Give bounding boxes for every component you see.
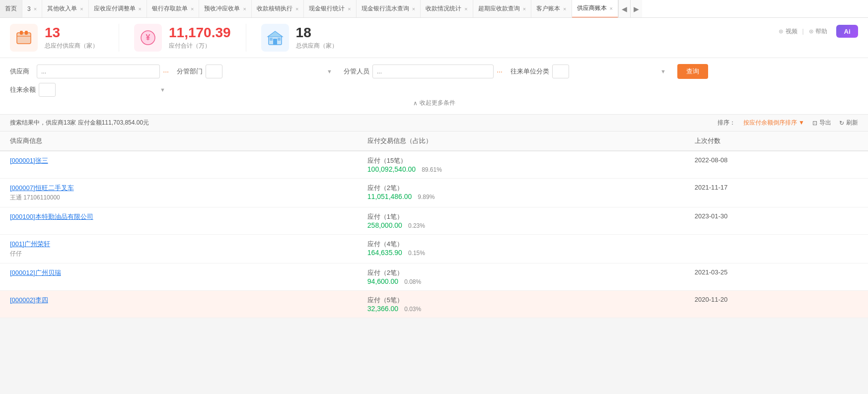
nav-tab-cash-bank-flow[interactable]: 现金银行流水查询 × bbox=[357, 0, 421, 18]
td-supplier-info: [000002]李四 bbox=[0, 291, 358, 318]
sort-value-text: 按应付余额倒序排序 bbox=[743, 119, 797, 126]
nav-prev-arrow[interactable]: ◀ bbox=[618, 0, 630, 18]
td-last-payment: 2023-01-30 bbox=[685, 207, 868, 235]
table-row: [000001]张三应付（15笔）100,092,540.0089.61%202… bbox=[0, 151, 868, 179]
supplier-link[interactable]: [000001]张三 bbox=[10, 157, 48, 164]
nav-tab-customer-ledger[interactable]: 客户账本 × bbox=[531, 0, 572, 18]
supplier-link[interactable]: [001]广州荣轩 bbox=[10, 240, 50, 248]
td-last-payment: 2022-08-08 bbox=[685, 151, 868, 179]
collapse-label: 收起更多条件 bbox=[420, 99, 455, 107]
nav-tab-bank-deposit[interactable]: 银行存取款单 × bbox=[147, 0, 199, 18]
tx-pct: 89.61% bbox=[422, 166, 442, 173]
supplier-link[interactable]: [000002]李四 bbox=[10, 296, 48, 304]
nav-tab-3[interactable]: 3 × bbox=[22, 0, 42, 18]
nav-tab-bank-deposit-label: 银行存取款单 bbox=[152, 4, 188, 13]
table-row: [000007]恒旺二手叉车王通 17106110000应付（2笔）11,051… bbox=[0, 179, 868, 207]
video-icon: ⊙ bbox=[779, 28, 784, 35]
export-btn[interactable]: ⊡ 导出 bbox=[812, 119, 831, 127]
nav-tab-overdue-ar[interactable]: 超期应收款查询 × bbox=[473, 0, 531, 18]
query-button[interactable]: 查询 bbox=[677, 64, 708, 79]
close-icon-other-income[interactable]: × bbox=[80, 6, 83, 12]
tx-amount[interactable]: 164,635.90 bbox=[367, 249, 402, 257]
stat-num-payable: 11,170.39 bbox=[169, 25, 231, 41]
tx-row: 100,092,540.0089.61% bbox=[367, 165, 675, 173]
tx-amount[interactable]: 258,000.00 bbox=[367, 221, 402, 229]
dept-label: 分管部门 bbox=[177, 67, 203, 76]
category-select[interactable] bbox=[552, 65, 569, 78]
result-summary: 搜索结果中，供应商13家 应付金额111,703,854.00元 bbox=[10, 119, 149, 127]
close-icon-3[interactable]: × bbox=[34, 6, 37, 12]
nav-tab-other-income[interactable]: 其他收入单 × bbox=[42, 0, 88, 18]
export-label: 导出 bbox=[819, 119, 831, 127]
svg-rect-10 bbox=[278, 38, 281, 41]
supplier-sub: 仔仔 bbox=[10, 250, 348, 258]
td-tx-info: 应付（2笔）94,600.000.08% bbox=[358, 263, 685, 291]
divider: | bbox=[802, 28, 804, 35]
stat-label-total-suppliers: 总供应商（家） bbox=[296, 42, 338, 50]
close-icon-cash-bank-flow[interactable]: × bbox=[412, 6, 415, 12]
close-icon-ar-ap-adjust[interactable]: × bbox=[139, 6, 142, 12]
nav-tab-cash-bank-stat-label: 现金银行统计 bbox=[309, 4, 345, 13]
supplier-link[interactable]: [000100]本特勤油品有限公司 bbox=[10, 213, 93, 220]
nav-tab-ar-ap-adjust[interactable]: 应收应付调整单 × bbox=[89, 0, 147, 18]
balance-select-wrap: ▼ bbox=[39, 83, 169, 97]
refresh-label: 刷新 bbox=[846, 119, 858, 127]
nav-tab-cash-bank-stat[interactable]: 现金银行统计 × bbox=[304, 0, 356, 18]
table-row: [000012]广州贝瑞应付（2笔）94,600.000.08%2021-03-… bbox=[0, 263, 868, 291]
sort-value-btn[interactable]: 按应付余额倒序排序 ▼ bbox=[743, 119, 804, 127]
nav-tab-home[interactable]: 首页 bbox=[0, 0, 22, 18]
nav-next-arrow[interactable]: ▶ bbox=[630, 0, 642, 18]
close-icon-bank-deposit[interactable]: × bbox=[191, 6, 194, 12]
help-label: 帮助 bbox=[815, 28, 827, 35]
tx-amount[interactable]: 94,600.00 bbox=[367, 277, 398, 285]
nav-tab-3-label: 3 bbox=[27, 5, 31, 12]
table-row: [000100]本特勤油品有限公司应付（1笔）258,000.000.23%20… bbox=[0, 207, 868, 235]
nav-tab-supplier-ledger[interactable]: 供应商账本 × bbox=[572, 0, 618, 18]
nav-tab-collection-verify[interactable]: 收款核销执行 × bbox=[252, 0, 304, 18]
stat-block-payable: ¥ 11,170.39 应付合计（万） bbox=[134, 24, 246, 52]
td-last-payment: 2020-11-20 bbox=[685, 291, 868, 318]
refresh-btn[interactable]: ↻ 刷新 bbox=[839, 119, 858, 127]
tx-amount[interactable]: 11,051,486.00 bbox=[367, 193, 412, 200]
ai-badge-btn[interactable]: Ai bbox=[836, 25, 858, 38]
balance-select[interactable] bbox=[39, 83, 56, 97]
td-last-payment: 2021-11-17 bbox=[685, 179, 868, 207]
close-icon-collection-stat[interactable]: × bbox=[464, 6, 467, 12]
close-icon-cash-bank-stat[interactable]: × bbox=[348, 6, 351, 12]
collapse-btn[interactable]: ∧ 收起更多条件 bbox=[10, 97, 858, 110]
table-header: 供应商信息 应付交易信息（占比） 上次付数 bbox=[0, 131, 868, 151]
supplier-input[interactable] bbox=[37, 65, 160, 78]
close-icon-collection-verify[interactable]: × bbox=[295, 6, 298, 12]
stat-num-total-suppliers: 18 bbox=[296, 25, 338, 41]
payable-icon: ¥ bbox=[134, 24, 162, 52]
td-last-payment bbox=[685, 235, 868, 263]
sort-label: 排序： bbox=[718, 119, 735, 127]
supplier-link[interactable]: [000007]恒旺二手叉车 bbox=[10, 184, 74, 192]
video-help-btn[interactable]: ⊙ 视频 bbox=[779, 27, 797, 36]
nav-tab-prepay-offset[interactable]: 预收冲应收单 × bbox=[199, 0, 251, 18]
svg-marker-7 bbox=[268, 31, 283, 37]
stat-text-payable: 11,170.39 应付合计（万） bbox=[169, 25, 231, 50]
stats-help-area: ⊙ 视频 | ⊙ 帮助 Ai bbox=[779, 25, 858, 38]
tx-amount[interactable]: 100,092,540.00 bbox=[367, 165, 416, 173]
close-icon-customer-ledger[interactable]: × bbox=[563, 6, 566, 12]
help-btn[interactable]: ⊙ 帮助 bbox=[809, 27, 827, 36]
close-icon-prepay-offset[interactable]: × bbox=[243, 6, 246, 12]
tx-amount[interactable]: 32,366.00 bbox=[367, 305, 398, 313]
dept-select[interactable] bbox=[206, 65, 222, 78]
person-expand-icon[interactable]: ··· bbox=[497, 67, 503, 75]
dept-select-wrap: ▼ bbox=[206, 65, 336, 78]
close-icon-supplier-ledger[interactable]: × bbox=[610, 5, 613, 11]
person-input[interactable] bbox=[372, 65, 494, 78]
supplier-link[interactable]: [000012]广州贝瑞 bbox=[10, 269, 61, 276]
nav-tab-collection-stat[interactable]: 收款情况统计 × bbox=[421, 0, 473, 18]
stats-bar: 13 总应付供应商（家） ¥ 11,170.39 应付合计（万） 1 bbox=[0, 18, 868, 58]
category-label: 往来单位分类 bbox=[510, 67, 549, 76]
filter-category: 往来单位分类 ▼ bbox=[510, 65, 669, 78]
close-icon-overdue-ar[interactable]: × bbox=[523, 6, 526, 12]
filter-area: 供应商 ··· 分管部门 ▼ 分管人员 ··· 往来单位分类 ▼ 查询 往来 bbox=[0, 58, 868, 115]
nav-tab-home-label: 首页 bbox=[5, 4, 17, 13]
stat-text-total-suppliers: 18 总供应商（家） bbox=[296, 25, 338, 50]
td-last-payment: 2021-03-25 bbox=[685, 263, 868, 291]
supplier-expand-icon[interactable]: ··· bbox=[163, 67, 169, 75]
